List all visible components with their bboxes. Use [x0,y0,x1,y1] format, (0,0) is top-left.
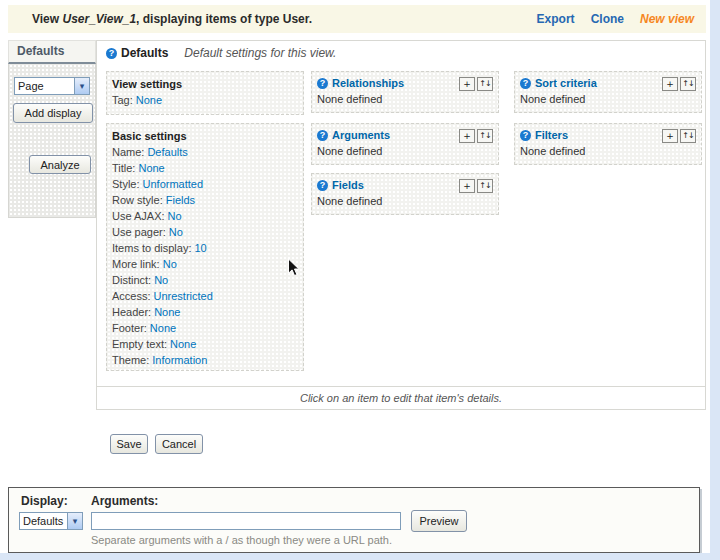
add-display-button[interactable]: Add display [13,103,93,123]
setting-value-link[interactable]: No [154,274,168,286]
help-icon[interactable]: ? [317,78,328,89]
setting-row: Access:Unrestricted [112,288,298,304]
view-settings-title: View settings [112,76,298,92]
clone-link[interactable]: Clone [591,12,624,26]
add-icon[interactable]: + [459,77,475,91]
setting-label: Style: [112,178,140,190]
setting-label: Use AJAX: [112,210,165,222]
rearrange-icon[interactable]: ↑↓ [680,77,696,91]
setting-row: Items to display:10 [112,240,298,256]
setting-value-link[interactable]: Unrestricted [154,290,213,302]
setting-row: More link:No [112,256,298,272]
help-icon[interactable]: ? [520,130,531,141]
setting-value-link[interactable]: 10 [194,242,206,254]
setting-row: Name:Defaults [112,144,298,160]
preview-display-select[interactable]: Defaults ▾ [19,512,83,530]
preview-display-select-value: Defaults [20,515,67,527]
setting-label: Tag: [112,94,133,106]
add-icon[interactable]: + [459,129,475,143]
setting-row: Empty text:None [112,336,298,352]
filters-box: ? Filters + ↑↓ None defined [514,123,702,165]
setting-value-link[interactable]: No [168,210,182,222]
setting-value-link[interactable]: Unformatted [143,178,204,190]
setting-label: Use pager: [112,226,166,238]
sort-criteria-title-link[interactable]: Sort criteria [535,76,662,91]
rearrange-icon[interactable]: ↑↓ [477,77,493,91]
setting-row: Header:None [112,304,298,320]
fields-header: ? Fields + ↑↓ [317,178,493,193]
add-icon[interactable]: + [459,179,475,193]
arguments-empty-text: None defined [317,143,493,159]
setting-value-link[interactable]: None [170,338,196,350]
fields-box: ? Fields + ↑↓ None defined [311,173,499,215]
arguments-title-link[interactable]: Arguments [332,128,459,143]
setting-value-link[interactable]: None [154,306,180,318]
setting-value-link[interactable]: No [163,258,177,270]
main-heading-text: Defaults [121,46,168,60]
chevron-down-icon: ▾ [67,513,82,529]
setting-value-link[interactable]: Information [152,354,207,366]
setting-label: Items to display: [112,242,191,254]
setting-row: Use AJAX:No [112,208,298,224]
tab-defaults-label: Defaults [17,44,64,58]
setting-value-link[interactable]: No [169,226,183,238]
sort-criteria-empty-text: None defined [520,91,696,107]
filters-title-link[interactable]: Filters [535,128,662,143]
save-button[interactable]: Save [110,434,148,454]
arguments-actions: + ↑↓ [459,129,493,143]
relationships-title-link[interactable]: Relationships [332,76,459,91]
view-header-bar: View User_View_1, displaying items of ty… [8,5,706,33]
setting-row: Row style:Fields [112,192,298,208]
setting-label: Access: [112,290,151,302]
setting-label: Empty text: [112,338,167,350]
tab-defaults[interactable]: Defaults [8,40,96,64]
analyze-button[interactable]: Analyze [29,155,91,174]
help-icon[interactable]: ? [317,130,328,141]
edit-hint-text: Click on an item to edit that item's det… [97,386,705,409]
relationships-empty-text: None defined [317,91,493,107]
display-sidebar: Page ▾ Add display Analyze [8,64,96,218]
setting-row: Tag:None [112,92,298,108]
setting-label: Distinct: [112,274,151,286]
sort-criteria-header: ? Sort criteria + ↑↓ [520,76,696,91]
setting-value-link[interactable]: Defaults [147,146,187,158]
new-view-link[interactable]: New view [640,12,694,26]
arguments-header: ? Arguments + ↑↓ [317,128,493,143]
page-title: View User_View_1, displaying items of ty… [32,12,537,26]
preview-panel: Display: Defaults ▾ Arguments: Preview S… [8,487,700,553]
setting-row: Style:Unformatted [112,176,298,192]
rearrange-icon[interactable]: ↑↓ [477,129,493,143]
help-icon[interactable]: ? [317,180,328,191]
basic-settings-box: Basic settings Name:Defaults Title:None … [106,123,304,371]
sort-criteria-box: ? Sort criteria + ↑↓ None defined [514,71,702,113]
main-panel: ? Defaults Default settings for this vie… [96,40,706,410]
setting-row: Footer:None [112,320,298,336]
sort-criteria-actions: + ↑↓ [662,77,696,91]
help-icon[interactable]: ? [520,78,531,89]
rearrange-icon[interactable]: ↑↓ [680,129,696,143]
setting-row: Theme:Information [112,352,298,368]
arguments-label: Arguments: [91,494,158,508]
display-type-select[interactable]: Page ▾ [14,77,90,95]
page-title-suffix: , displaying items of type User. [136,12,312,26]
help-icon[interactable]: ? [106,48,117,59]
setting-value-link[interactable]: None [136,94,162,106]
rearrange-icon[interactable]: ↑↓ [477,179,493,193]
cancel-button[interactable]: Cancel [155,434,203,454]
view-settings-box: View settings Tag:None [106,71,304,115]
arguments-box: ? Arguments + ↑↓ None defined [311,123,499,165]
arguments-input[interactable] [91,512,401,530]
setting-value-link[interactable]: Fields [166,194,195,206]
fields-title-link[interactable]: Fields [332,178,459,193]
add-icon[interactable]: + [662,129,678,143]
export-link[interactable]: Export [537,12,575,26]
setting-label: Row style: [112,194,163,206]
main-heading-description: Default settings for this view. [184,46,336,60]
page-title-prefix: View [32,12,62,26]
add-icon[interactable]: + [662,77,678,91]
basic-settings-title: Basic settings [112,128,298,144]
setting-value-link[interactable]: None [150,322,176,334]
filters-empty-text: None defined [520,143,696,159]
setting-value-link[interactable]: None [138,162,164,174]
preview-button[interactable]: Preview [411,510,467,532]
